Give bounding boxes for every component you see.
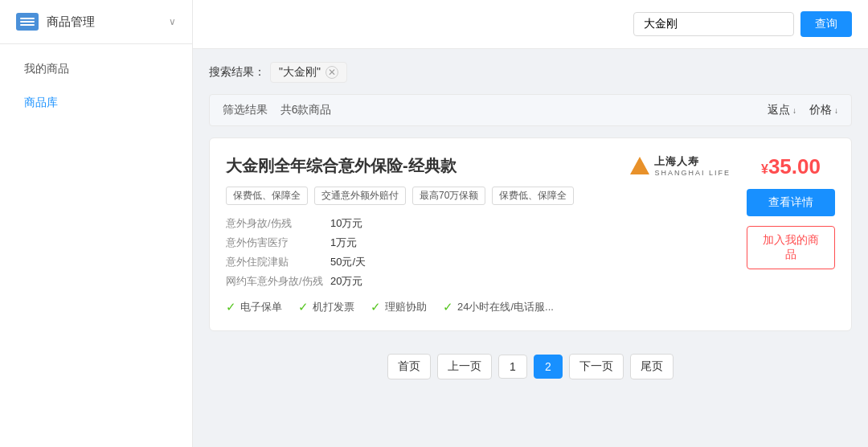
detail-label: 意外伤害医疗 [226,236,330,250]
chevron-down-icon: ∨ [169,16,176,27]
logo-triangle-icon [630,157,649,174]
sidebar-title: 商品管理 [47,14,95,30]
logo-sub-text: SHANGHAI LIFE [654,169,731,177]
feature-item: ✓ 24小时在线/电话服... [443,300,554,314]
filter-label: 筛选结果 [223,103,268,116]
detail-value: 1万元 [330,236,357,250]
search-result-prefix: 搜索结果： [209,65,265,80]
search-tag-close-button[interactable]: ✕ [326,66,338,79]
price-value: 35.00 [768,154,821,178]
search-tag: "大金刚" ✕ [270,62,347,83]
sort-by-price[interactable]: 价格 ↓ [809,103,838,117]
check-icon: ✓ [443,300,453,314]
add-to-my-products-button[interactable]: 加入我的商品 [747,226,835,269]
page-number-1[interactable]: 1 [498,355,527,379]
search-result-bar: 搜索结果： "大金刚" ✕ [209,62,852,83]
detail-row: 网约车意外身故/伤残 20万元 [226,274,731,289]
view-detail-button[interactable]: 查看详情 [747,189,835,216]
page-next-button[interactable]: 下一页 [569,354,624,379]
logo-text: 上海人寿 SHANGHAI LIFE [654,154,731,177]
sidebar-header-left: 商品管理 [16,13,95,31]
feature-label: 电子保单 [240,300,282,314]
detail-row: 意外伤害医疗 1万元 [226,236,731,250]
sort-price-arrow: ↓ [834,106,838,115]
product-logo: 上海人寿 SHANGHAI LIFE [630,154,731,177]
detail-label: 意外身故/伤残 [226,216,330,231]
filter-count: 共6款商品 [280,103,332,116]
logo-main-text: 上海人寿 [654,154,699,169]
pagination: 首页 上一页 1 2 下一页 尾页 [209,342,852,391]
search-input[interactable] [633,12,794,36]
product-details: 意外身故/伤残 10万元 意外伤害医疗 1万元 意外住院津贴 50元/天 网 [226,216,731,289]
sidebar: 商品管理 ∨ 我的商品 商品库 [0,0,193,447]
product-price: ¥35.00 [761,154,821,179]
svg-rect-0 [20,18,35,19]
svg-rect-2 [20,24,35,26]
feature-label: 24小时在线/电话服... [457,300,554,314]
tag-item: 最高70万保额 [412,187,485,205]
check-icon: ✓ [371,300,381,314]
search-keyword: "大金刚" [279,65,321,80]
sort-price-label: 价格 [809,103,832,117]
filter-left: 筛选结果 共6款商品 [223,103,334,117]
sort-by-rebate[interactable]: 返点 ↓ [768,103,796,117]
sidebar-header[interactable]: 商品管理 ∨ [0,0,192,44]
content-area: 搜索结果： "大金刚" ✕ 筛选结果 共6款商品 返点 ↓ [193,49,868,447]
svg-rect-1 [20,21,35,23]
filter-bar: 筛选结果 共6款商品 返点 ↓ 价格 ↓ [209,94,852,126]
product-tags: 保费低、保障全 交通意外额外赔付 最高70万保额 保费低、保障全 [226,187,731,205]
detail-value: 50元/天 [330,255,366,269]
main-area: 查询 搜索结果： "大金刚" ✕ 筛选结果 共6款商品 [193,0,868,447]
sidebar-item-product-library[interactable]: 商品库 [0,86,192,120]
search-button[interactable]: 查询 [800,11,852,37]
feature-item: ✓ 电子保单 [226,300,282,314]
sort-rebate-label: 返点 [768,103,790,117]
product-title: 大金刚全年综合意外保险-经典款 [226,155,457,177]
check-icon: ✓ [298,300,309,314]
detail-row: 意外住院津贴 50元/天 [226,255,731,269]
product-actions: ¥35.00 查看详情 加入我的商品 [731,154,835,269]
tag-item: 保费低、保障全 [226,187,308,205]
detail-row: 意外身故/伤残 10万元 [226,216,731,231]
sidebar-nav: 我的商品 商品库 [0,44,192,128]
filter-right: 返点 ↓ 价格 ↓ [768,103,838,117]
detail-label: 网约车意外身故/伤残 [226,274,330,289]
detail-value: 20万元 [330,274,362,289]
check-icon: ✓ [226,300,236,314]
page-last-button[interactable]: 尾页 [630,354,674,379]
product-header: 大金刚全年综合意外保险-经典款 上海人寿 SHANGHAI LIFE [226,154,731,177]
product-info: 大金刚全年综合意外保险-经典款 上海人寿 SHANGHAI LIFE [226,154,731,314]
page-number-2[interactable]: 2 [534,355,563,379]
product-features: ✓ 电子保单 ✓ 机打发票 ✓ 理赔协助 ✓ 2 [226,300,731,314]
search-box: 查询 [633,11,852,37]
tag-item: 交通意外额外赔付 [314,187,406,205]
page-first-button[interactable]: 首页 [387,354,431,379]
price-symbol: ¥ [761,162,768,176]
detail-label: 意外住院津贴 [226,255,330,269]
product-card: 大金刚全年综合意外保险-经典款 上海人寿 SHANGHAI LIFE [209,137,852,331]
feature-item: ✓ 理赔协助 [371,300,427,314]
feature-label: 机打发票 [313,300,354,314]
feature-label: 理赔协助 [385,300,427,314]
sidebar-item-my-products[interactable]: 我的商品 [0,52,192,86]
tag-item: 保费低、保障全 [492,187,574,205]
topbar: 查询 [193,0,868,49]
shop-icon [16,13,39,31]
page-prev-button[interactable]: 上一页 [437,354,492,379]
feature-item: ✓ 机打发票 [298,300,354,314]
sort-rebate-arrow: ↓ [792,106,796,115]
detail-value: 10万元 [330,216,362,231]
